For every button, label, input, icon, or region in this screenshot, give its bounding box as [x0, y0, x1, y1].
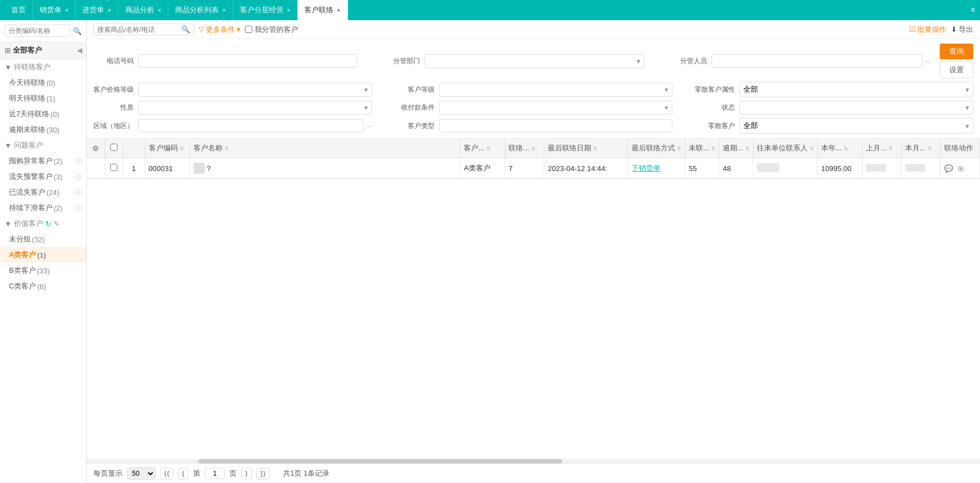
row-checkbox[interactable] [110, 164, 117, 171]
th-contact[interactable]: 联络... ⇅ [505, 139, 544, 158]
sidebar-item-stockpile[interactable]: 囤购异常客户 (2) ⓘ [0, 153, 86, 169]
group-value-customers[interactable]: ▼ 价值客户 ↻ ✎ [0, 216, 86, 231]
gear-icon[interactable]: ⚙ [92, 144, 99, 153]
th-last-month[interactable]: 上月... ⇅ [863, 139, 902, 158]
td-action: 💬 ⊞ [941, 158, 980, 179]
filter-search-icon[interactable]: 🔍 [181, 25, 190, 34]
setting-button[interactable]: 设置 [940, 61, 973, 78]
filter-search-input[interactable] [97, 26, 181, 34]
tab-customer-tier[interactable]: 客户分层经营 × [233, 0, 298, 20]
sidebar-collapse-icon[interactable]: ◀ [77, 47, 82, 54]
filter-select-customer-level[interactable]: ▾ [439, 83, 673, 97]
filter-select-scatter[interactable]: 全部 ▾ [739, 118, 973, 134]
customer-name: ? [207, 164, 211, 173]
filter-field-scatter: 零散客户 全部 ▾ [695, 118, 973, 134]
all-customers-header[interactable]: ⊞ 全部客户 ◀ [0, 42, 86, 59]
my-customers-checkbox[interactable] [245, 26, 252, 33]
batch-op-button[interactable]: ☑ 批量操作 [909, 25, 946, 35]
th-year-amount[interactable]: 本年... ⇅ [818, 139, 863, 158]
close-sales-tab[interactable]: × [65, 7, 68, 13]
th-last-date[interactable]: 最后联络日期 ⇅ [544, 139, 628, 158]
filter-input-customer-type[interactable] [439, 119, 673, 132]
th-overdue[interactable]: 逾期... ⇅ [719, 139, 753, 158]
tab-goods-list[interactable]: 商品分析列表 × [168, 0, 233, 20]
filter-input-phone[interactable] [138, 54, 357, 68]
export-button[interactable]: ⬇ 导出 [951, 25, 973, 35]
close-goods-analysis-tab[interactable]: × [158, 7, 161, 13]
sidebar-item-churn-warn[interactable]: 流失预警客户 (3) ⓘ [0, 169, 86, 184]
sidebar-item-7days[interactable]: 近7天待联络 (0) [0, 106, 86, 122]
sidebar-item-overdue[interactable]: 逾期未联络 (30) [0, 122, 86, 138]
sidebar-item-tomorrow[interactable]: 明天待联络 (1) [0, 91, 86, 106]
info-icon: ⓘ [76, 188, 82, 197]
sidebar-item-class-c[interactable]: C类客户 (6) [0, 278, 86, 294]
filter-select-status[interactable]: ▾ [739, 101, 973, 115]
td-unit-contact [753, 158, 818, 179]
next-page-button[interactable]: ⟩ [241, 468, 252, 480]
triangle-icon: ▼ [4, 141, 12, 150]
group-pending-contact[interactable]: ▼ 待联络客户 [0, 59, 86, 75]
comment-icon[interactable]: 💬 [944, 164, 953, 173]
sidebar-search-input[interactable] [4, 25, 70, 37]
qr-icon[interactable]: ⊞ [958, 164, 964, 173]
tab-purchase[interactable]: 进货单 × [76, 0, 118, 20]
close-customer-contact-tab[interactable]: × [337, 7, 340, 13]
scatter-value: 全部 [743, 121, 758, 131]
item-label: 未分组 [9, 234, 31, 244]
sidebar-item-today[interactable]: 今天待联络 (0) [0, 75, 86, 91]
close-purchase-tab[interactable]: × [107, 7, 111, 13]
th-unit-contact[interactable]: 往来单位联系人 ⇅ [753, 139, 818, 158]
last-page-button[interactable]: ⟩⟩ [256, 468, 270, 480]
td-contact-count: 7 [505, 158, 544, 179]
more-filters-label: 更多条件 [206, 25, 235, 35]
prev-page-button[interactable]: ⟨ [178, 468, 189, 480]
row-index: 1 [131, 164, 135, 173]
th-this-month[interactable]: 本月... ⇅ [902, 139, 941, 158]
filter-select-payment[interactable]: ▾ [439, 101, 673, 115]
filter-field-phone: 电话号码 [93, 54, 357, 68]
filter-select-nature[interactable]: ▾ [138, 101, 372, 115]
tab-sales[interactable]: 销货单 × [33, 0, 76, 20]
th-class[interactable]: 客户... ⇅ [460, 139, 505, 158]
th-uncontact[interactable]: 未联... ⇅ [685, 139, 719, 158]
tab-goods-analysis[interactable]: 商品分析 × [119, 0, 168, 20]
region-dots-icon[interactable]: ··· [366, 122, 372, 130]
filter-select-dept[interactable]: ▾ [425, 54, 644, 68]
total-records-label: 共1页 1条记录 [283, 468, 329, 479]
filter-input-region[interactable] [138, 119, 364, 132]
th-gear[interactable]: ⚙ [87, 139, 105, 158]
filter-select-scatter-attr[interactable]: 全部 ▾ [739, 82, 973, 97]
tab-customer-contact[interactable]: 客户联络 × [298, 0, 347, 20]
my-customers-filter[interactable]: 我分管的客户 [245, 25, 298, 35]
edit-group-icon[interactable]: ✎ [54, 220, 60, 228]
sidebar-item-class-a[interactable]: A类客户 (1) [0, 247, 86, 263]
sidebar-item-ungraded[interactable]: 未分组 (32) [0, 231, 86, 247]
query-button[interactable]: 查询 [940, 44, 973, 59]
sidebar-item-churned[interactable]: 已流失客户 (24) ⓘ [0, 184, 86, 200]
last-way-link[interactable]: 下销货单 [632, 164, 661, 172]
page-input[interactable] [205, 468, 225, 479]
th-code[interactable]: 客户编码 ⇅ [145, 139, 190, 158]
horizontal-scrollbar[interactable] [87, 459, 980, 463]
th-last-way[interactable]: 最后联络方式 ⇅ [628, 139, 685, 158]
sidebar-item-class-b[interactable]: B类客户 (33) [0, 263, 86, 278]
tab-home[interactable]: 首页 [4, 0, 33, 20]
th-name[interactable]: 客户名称 ⇅ [190, 139, 460, 158]
select-all-checkbox[interactable] [110, 144, 117, 151]
sidebar-item-declining[interactable]: 持续下滑客户 (2) ⓘ [0, 200, 86, 216]
close-customer-tier-tab[interactable]: × [287, 7, 290, 13]
td-idx: 1 [123, 158, 145, 179]
person-dots-icon[interactable]: ··· [925, 57, 931, 65]
page-size-select[interactable]: 50 100 200 [127, 467, 156, 480]
more-filters-button[interactable]: ▽ 更多条件 ▾ [199, 25, 241, 35]
filter-input-person[interactable] [712, 54, 922, 68]
sidebar-search-icon[interactable]: 🔍 [73, 27, 82, 35]
filter-select-price-level[interactable]: ▾ [138, 83, 372, 97]
scrollbar-thumb[interactable] [199, 459, 562, 463]
close-all-tabs-button[interactable]: × [970, 5, 976, 15]
group-problem-customers[interactable]: ▼ 问题客户 [0, 138, 86, 153]
first-page-button[interactable]: ⟨⟨ [160, 468, 173, 480]
refresh-icon[interactable]: ↻ [45, 220, 51, 228]
td-uncontact: 55 [685, 158, 719, 179]
close-goods-list-tab[interactable]: × [222, 7, 225, 13]
